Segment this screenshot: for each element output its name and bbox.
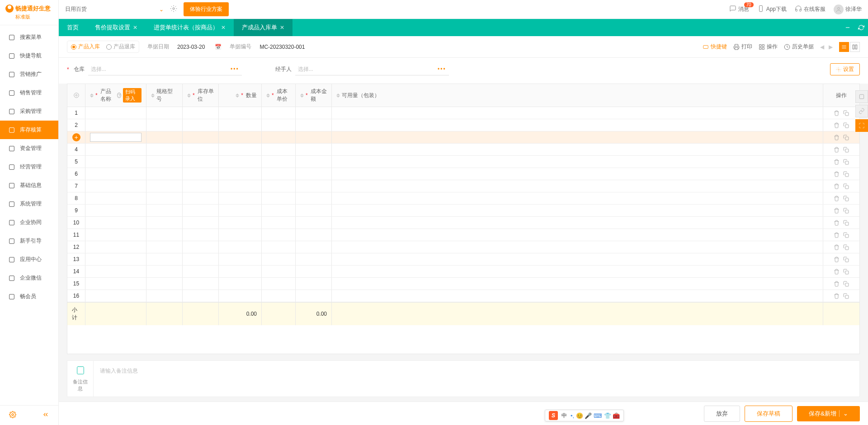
nav-item-9[interactable]: 系统管理 <box>0 195 58 213</box>
copy-icon[interactable] <box>843 257 849 262</box>
col-unit[interactable]: *库存单位 <box>183 84 219 107</box>
delete-icon[interactable] <box>834 171 840 177</box>
nav-item-3[interactable]: 销售管理 <box>0 84 58 102</box>
copy-icon[interactable] <box>843 196 849 201</box>
delete-icon[interactable] <box>834 244 840 250</box>
trial-button[interactable]: 体验行业方案 <box>184 2 229 16</box>
dock-expand[interactable] <box>855 119 868 132</box>
user-menu[interactable]: 徐泽华 <box>834 5 862 14</box>
col-settings[interactable] <box>67 84 85 107</box>
copy-icon[interactable] <box>843 135 849 140</box>
nav-item-12[interactable]: 应用中心 <box>0 250 58 269</box>
warehouse-input[interactable]: 选择... ••• <box>88 64 242 75</box>
delete-icon[interactable] <box>834 147 840 153</box>
delete-icon[interactable] <box>834 122 840 128</box>
column-settings-button[interactable]: 设置 <box>830 63 860 75</box>
nav-item-2[interactable]: 营销推广 <box>0 65 58 84</box>
nav-item-6[interactable]: 资金管理 <box>0 139 58 158</box>
dock-note[interactable] <box>855 90 868 103</box>
tab-1[interactable]: 售价提取设置✕ <box>87 19 146 36</box>
table-row[interactable]: 13 <box>67 253 859 266</box>
nav-item-11[interactable]: 新手引导 <box>0 232 58 250</box>
copy-icon[interactable] <box>843 232 849 238</box>
table-row[interactable]: 1 <box>67 107 859 119</box>
radio-product-in[interactable]: 产品入库 <box>71 43 100 51</box>
date-value[interactable]: 2023-03-20 <box>177 44 205 50</box>
nav-item-8[interactable]: 基础信息 <box>0 176 58 195</box>
nav-item-10[interactable]: 企业协同 <box>0 213 58 232</box>
business-selector[interactable]: 日用百货 ⌄ <box>65 5 164 13</box>
save-draft-button[interactable]: 保存草稿 <box>745 406 793 422</box>
calendar-icon[interactable]: 📅 <box>215 44 222 50</box>
table-row[interactable]: 2 <box>67 119 859 131</box>
history-link[interactable]: 历史单据 <box>784 43 814 51</box>
table-row[interactable]: 10 <box>67 217 859 229</box>
close-icon[interactable]: ✕ <box>221 24 226 31</box>
discard-button[interactable]: 放弃 <box>704 406 740 422</box>
radio-product-out[interactable]: 产品退库 <box>106 43 135 51</box>
prev-doc[interactable]: ◀ <box>820 44 824 50</box>
close-icon[interactable]: ✕ <box>133 24 137 31</box>
table-row[interactable]: 4 <box>67 144 859 156</box>
table-row[interactable]: 8 <box>67 192 859 205</box>
nav-item-13[interactable]: 企业微信 <box>0 269 58 287</box>
app-download-link[interactable]: App下载 <box>757 5 787 14</box>
delete-icon[interactable] <box>834 183 840 189</box>
col-available[interactable]: 可用量（包装） <box>332 84 823 107</box>
copy-icon[interactable] <box>843 244 849 250</box>
copy-icon[interactable] <box>843 110 849 116</box>
view-detail[interactable] <box>850 42 860 52</box>
gear-icon[interactable] <box>170 5 177 14</box>
next-doc[interactable]: ▶ <box>829 44 833 50</box>
tab-3[interactable]: 产成品入库单✕ <box>234 19 292 36</box>
tab-2[interactable]: 进货单统计表（按商品）✕ <box>146 19 234 36</box>
col-price[interactable]: *成本单价 <box>262 84 296 107</box>
table-row[interactable]: 6 <box>67 168 859 180</box>
print-link[interactable]: 打印 <box>733 43 752 51</box>
service-link[interactable]: 在线客服 <box>795 5 826 14</box>
copy-icon[interactable] <box>843 220 849 226</box>
nav-item-14[interactable]: 畅会员 <box>0 287 58 306</box>
tab-minimize[interactable] <box>841 19 854 36</box>
delete-icon[interactable] <box>834 269 840 275</box>
nav-item-1[interactable]: 快捷导航 <box>0 47 58 65</box>
col-product-name[interactable]: *产品名称?扫码录入 <box>85 84 146 107</box>
copy-icon[interactable] <box>843 208 849 214</box>
copy-icon[interactable] <box>843 147 849 153</box>
nav-item-4[interactable]: 采购管理 <box>0 102 58 121</box>
settings-icon[interactable] <box>9 411 16 420</box>
copy-icon[interactable] <box>843 293 849 299</box>
dock-link[interactable] <box>855 105 868 117</box>
table-row[interactable]: 5 <box>67 156 859 168</box>
copy-icon[interactable] <box>843 122 849 128</box>
table-row[interactable]: 14 <box>67 266 859 278</box>
col-spec[interactable]: 规格型号 <box>146 84 183 107</box>
tab-0[interactable]: 首页 <box>59 19 87 36</box>
close-icon[interactable]: ✕ <box>280 24 284 31</box>
table-row[interactable]: 16 <box>67 290 859 302</box>
delete-icon[interactable] <box>834 159 840 165</box>
nav-item-7[interactable]: 经营管理 <box>0 158 58 176</box>
messages-link[interactable]: 消息 70 <box>729 5 749 14</box>
delete-icon[interactable] <box>834 232 840 238</box>
col-qty[interactable]: *数量 <box>219 84 262 107</box>
shortcut-link[interactable]: 快捷键 <box>703 43 727 51</box>
operate-link[interactable]: 操作 <box>759 43 778 51</box>
table-row[interactable]: 12 <box>67 241 859 253</box>
save-new-button[interactable]: 保存&新增 ⌄ <box>797 406 860 421</box>
nav-item-5[interactable]: 库存核算 <box>0 121 58 139</box>
copy-icon[interactable] <box>843 269 849 275</box>
delete-icon[interactable] <box>834 281 840 287</box>
delete-icon[interactable] <box>834 110 840 116</box>
remarks-input[interactable]: 请输入备注信息 <box>94 361 859 397</box>
ime-bar[interactable]: S 中 •, 😊 🎤 ⌨ 👕 🧰 <box>545 410 624 421</box>
copy-icon[interactable] <box>843 171 849 177</box>
copy-icon[interactable] <box>843 159 849 165</box>
handler-input[interactable]: 选择... ••• <box>295 64 449 75</box>
nav-item-0[interactable]: 搜索菜单 <box>0 28 58 47</box>
table-row[interactable]: 15 <box>67 278 859 290</box>
table-row[interactable]: + <box>67 131 859 144</box>
delete-icon[interactable] <box>834 196 840 201</box>
delete-icon[interactable] <box>834 220 840 226</box>
product-name-input[interactable] <box>90 133 142 142</box>
